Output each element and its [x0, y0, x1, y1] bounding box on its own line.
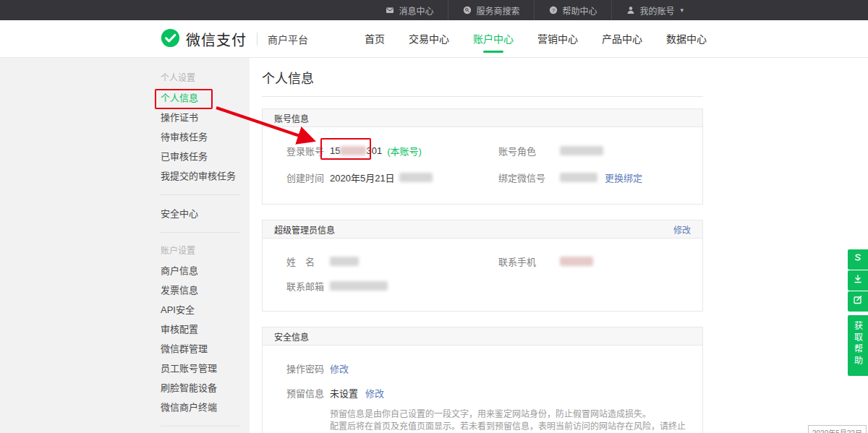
svg-text:?: ? [552, 7, 555, 14]
super-admin-edit-link[interactable]: 修改 [673, 223, 691, 236]
bound-wechat-label: 绑定微信号 [498, 171, 560, 184]
created-time-label: 创建时间 [286, 171, 330, 184]
operation-password-row: 操作密码 修改 [286, 356, 691, 380]
search-circle-icon [463, 6, 472, 14]
nav-home[interactable]: 首页 [365, 20, 385, 58]
empty-cell [498, 273, 691, 298]
account-role-row: 账号角色 [498, 137, 691, 164]
account-role-value [560, 146, 603, 155]
security-info-panel: 安全信息 操作密码 修改 预留信息 未设置 修改 预留信息是由你自己设置的一段文… [262, 327, 703, 433]
admin-email-row: 联系邮箱 [286, 273, 498, 298]
super-admin-panel: 超级管理员信息 修改 姓 名 联系手机 联系邮箱 [262, 220, 703, 312]
get-help-button[interactable]: 获取帮助 [848, 315, 868, 376]
sidebar-divider [161, 232, 240, 233]
sidebar-divider [161, 194, 240, 195]
customer-service-button[interactable] [848, 249, 868, 270]
sidebar-item-security-center[interactable]: 安全中心 [161, 204, 240, 223]
masked-admin-email [330, 281, 388, 291]
admin-email-value [330, 281, 388, 291]
change-binding-link[interactable]: 更换绑定 [605, 171, 642, 184]
user-icon [626, 6, 635, 14]
nav-account-center[interactable]: 账户中心 [473, 20, 514, 58]
security-info-panel-header: 安全信息 [263, 327, 702, 346]
sidebar-item-reviewed-tasks[interactable]: 已审核任务 [161, 147, 240, 166]
admin-email-label: 联系邮箱 [286, 279, 330, 293]
site-header: 微信支付 商户平台 首页 交易中心 账户中心 营销中心 产品中心 数据中心 [0, 20, 868, 58]
account-role-label: 账号角色 [498, 144, 560, 158]
main-nav: 首页 交易中心 账户中心 营销中心 产品中心 数据中心 [365, 20, 707, 58]
portal-name: 商户平台 [268, 32, 308, 46]
date-tooltip: 2020年5月22日 [808, 425, 867, 433]
operation-password-edit-link[interactable]: 修改 [330, 361, 349, 375]
nav-marketing-center[interactable]: 营销中心 [537, 20, 578, 58]
masked-created-time [399, 173, 433, 182]
reserved-info-row: 预留信息 未设置 修改 [286, 380, 691, 405]
sidebar-item-invoice-info[interactable]: 发票信息 [161, 280, 240, 300]
sidebar-item-operation-cert[interactable]: 操作证书 [161, 108, 240, 127]
help-center-menu[interactable]: ? 帮助中心 [534, 0, 611, 20]
sidebar-group-account-settings: 账户设置 [161, 241, 240, 261]
nav-transaction-center[interactable]: 交易中心 [409, 20, 449, 58]
super-admin-panel-body: 姓 名 联系手机 联系邮箱 [263, 239, 702, 311]
login-account-suffix: 301 [366, 145, 382, 156]
brand-name: 微信支付 [186, 29, 247, 50]
get-help-label: 获取帮助 [852, 321, 864, 367]
admin-name-value [330, 257, 359, 266]
sidebar-divider [161, 426, 240, 426]
sidebar-item-my-submitted-tasks[interactable]: 我提交的审核任务 [161, 166, 240, 186]
my-account-menu[interactable]: 我的账号 ▾ [611, 0, 698, 20]
masked-account-role [560, 146, 603, 155]
created-date-text: 2020年5月21日 [330, 171, 395, 184]
masked-admin-mobile [560, 257, 593, 266]
page: 消息中心 服务商搜索 ? 帮助中心 我的账号 ▾ [0, 0, 868, 433]
top-utility-bar: 消息中心 服务商搜索 ? 帮助中心 我的账号 ▾ [0, 0, 868, 20]
main-content: 个人信息 账号信息 登录账号 15 301 (本账号) [262, 58, 703, 433]
admin-mobile-label: 联系手机 [498, 254, 560, 268]
login-account-prefix: 15 [330, 145, 340, 156]
message-center-menu[interactable]: 消息中心 [371, 0, 448, 20]
brand-area[interactable]: 微信支付 商户平台 [161, 20, 308, 58]
sidebar-item-personal-info[interactable]: 个人信息 [161, 88, 240, 108]
admin-name-row: 姓 名 [286, 249, 498, 273]
account-info-panel-title: 账号信息 [274, 112, 309, 124]
admin-name-label: 姓 名 [286, 254, 330, 268]
account-info-panel-body: 登录账号 15 301 (本账号) 账号角色 创建时间 [263, 127, 702, 204]
help-circle-icon: ? [549, 6, 558, 14]
sidebar-item-staff-account-mgmt[interactable]: 员工账号管理 [161, 359, 240, 378]
account-info-panel: 账号信息 登录账号 15 301 (本账号) 账号角色 [262, 108, 703, 205]
customer-service-icon [853, 253, 863, 266]
nav-data-center[interactable]: 数据中心 [666, 20, 707, 58]
sidebar-item-merchant-info[interactable]: 商户信息 [161, 261, 240, 280]
login-account-value: 15 301 (本账号) [330, 144, 422, 158]
sidebar-item-face-device[interactable]: 刷脸智能设备 [161, 378, 240, 398]
top-utility-items: 消息中心 服务商搜索 ? 帮助中心 我的账号 ▾ [371, 0, 698, 20]
login-account-label: 登录账号 [286, 144, 330, 158]
sidebar-item-api-security[interactable]: API安全 [161, 300, 240, 320]
feedback-button[interactable] [848, 291, 868, 312]
wechat-pay-logo-icon [161, 28, 180, 51]
service-provider-search-menu[interactable]: 服务商搜索 [448, 0, 534, 20]
reserved-info-value: 未设置 [330, 386, 358, 400]
sidebar-group-personal-settings: 个人设置 [161, 69, 240, 88]
nav-product-center[interactable]: 产品中心 [602, 20, 642, 58]
reserved-info-edit-link[interactable]: 修改 [365, 386, 384, 400]
sidebar: 个人设置 个人信息 操作证书 待审核任务 已审核任务 我提交的审核任务 安全中心… [161, 69, 240, 433]
operation-password-label: 操作密码 [286, 361, 330, 375]
created-time-value: 2020年5月21日 [330, 171, 433, 184]
feedback-icon [853, 295, 863, 308]
admin-mobile-row: 联系手机 [498, 249, 691, 273]
sidebar-item-wechat-group-mgmt[interactable]: 微信群管理 [161, 339, 240, 359]
sidebar-item-review-config[interactable]: 审核配置 [161, 320, 240, 339]
chevron-down-icon: ▾ [680, 7, 684, 14]
download-icon [853, 274, 863, 287]
security-info-panel-body: 操作密码 修改 预留信息 未设置 修改 预留信息是由你自己设置的一段文字，用来鉴… [263, 346, 702, 433]
my-account-label: 我的账号 [639, 4, 674, 17]
sidebar-item-wechat-merchant-terminal[interactable]: 微信商户终端 [161, 398, 240, 417]
sidebar-item-pending-review-tasks[interactable]: 待审核任务 [161, 127, 240, 147]
created-time-row: 创建时间 2020年5月21日 [286, 164, 498, 191]
reserved-info-description: 预留信息是由你自己设置的一段文字，用来鉴定网站身份，防止假冒网站造成损失。 配置… [330, 408, 691, 433]
security-info-panel-title: 安全信息 [274, 330, 309, 343]
download-button[interactable] [848, 270, 868, 291]
reserved-info-desc-line: 预留信息是由你自己设置的一段文字，用来鉴定网站身份，防止假冒网站造成损失。 [330, 408, 691, 421]
current-account-note: (本账号) [387, 144, 422, 158]
